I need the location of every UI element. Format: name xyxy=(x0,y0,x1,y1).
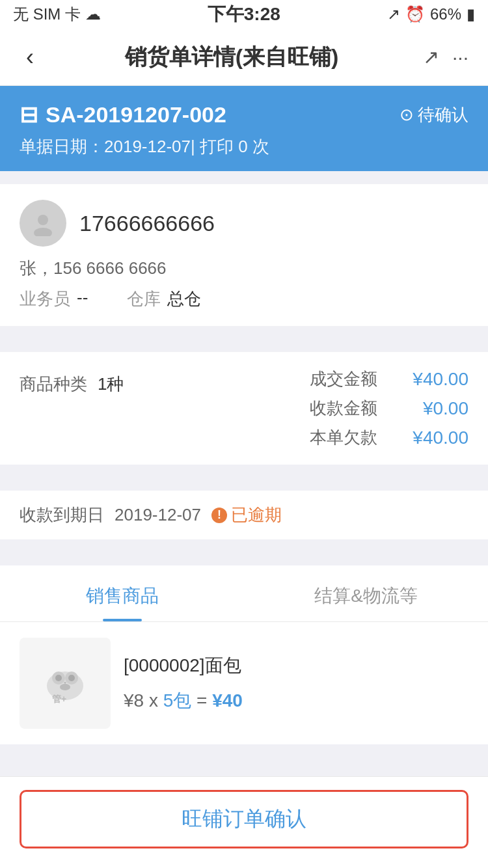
status-time: 下午3:28 xyxy=(208,2,280,27)
back-button[interactable]: ‹ xyxy=(20,37,40,77)
svg-point-6 xyxy=(68,675,75,681)
type-value: 1种 xyxy=(98,373,124,396)
tab-sales-label: 销售商品 xyxy=(86,586,159,606)
amount-value-1: ¥0.00 xyxy=(390,398,468,419)
overdue-icon: ! xyxy=(211,508,227,523)
svg-point-5 xyxy=(55,675,62,681)
due-date-card: 收款到期日 2019-12-07 ! 已逾期 xyxy=(0,491,488,539)
divider-2 xyxy=(0,465,488,478)
order-date: 单据日期：2019-12-07| 打印 0 次 xyxy=(20,135,468,158)
bottom-bar: 旺铺订单确认 xyxy=(0,776,488,868)
amount-value-2: ¥40.00 xyxy=(390,427,468,448)
amount-row-1: 收款金额 ¥0.00 xyxy=(310,397,468,420)
customer-card: 17666666666 张，156 6666 6666 业务员 -- 仓库 总仓 xyxy=(0,184,488,326)
product-logo: 管+ xyxy=(39,653,91,713)
salesperson-value: -- xyxy=(77,288,88,310)
type-label: 商品种类 xyxy=(20,373,87,396)
due-date-label: 收款到期日 xyxy=(20,504,104,526)
tab-settlement[interactable]: 结算&物流等 xyxy=(244,565,488,621)
summary-right: 成交金额 ¥40.00 收款金额 ¥0.00 本单欠款 ¥40.00 xyxy=(310,368,468,449)
status-bar: 无 SIM 卡 ☁ 下午3:28 ↗ ⏰ 66% ▮ xyxy=(0,0,488,29)
location-icon: ↗ xyxy=(387,5,400,23)
divider-1 xyxy=(0,326,488,339)
amount-label-1: 收款金额 xyxy=(310,397,377,420)
tab-bar: 销售商品 结算&物流等 xyxy=(0,565,488,622)
product-price: ¥8 x 5包 = ¥40 xyxy=(124,688,468,713)
svg-point-1 xyxy=(34,228,52,236)
overdue-text: 已逾期 xyxy=(231,504,282,526)
price-text: ¥8 x xyxy=(124,690,163,711)
status-clock-icon: ⊙ xyxy=(400,105,414,125)
avatar xyxy=(20,200,66,247)
nav-actions: ↗ ··· xyxy=(423,46,468,68)
amount-row-2: 本单欠款 ¥40.00 xyxy=(310,426,468,449)
sim-label: 无 SIM 卡 ☁ xyxy=(13,4,101,25)
tab-sales-products[interactable]: 销售商品 xyxy=(0,565,244,621)
warehouse-label: 仓库 xyxy=(127,288,161,310)
order-id-row: ⊟ SA-20191207-002 ⊙ 待确认 xyxy=(20,102,468,128)
warehouse-item: 仓库 总仓 xyxy=(127,288,201,310)
page-title: 销货单详情(来自旺铺) xyxy=(125,42,339,72)
equals-sign: = xyxy=(191,690,212,711)
customer-main-row: 17666666666 xyxy=(20,200,468,247)
svg-text:管+: 管+ xyxy=(52,694,66,704)
status-text: 待确认 xyxy=(418,103,468,126)
status-left: 无 SIM 卡 ☁ xyxy=(13,4,101,25)
product-qty: 5包 xyxy=(163,690,192,711)
product-name: [0000002]面包 xyxy=(124,653,468,678)
order-header: ⊟ SA-20191207-002 ⊙ 待确认 单据日期：2019-12-07|… xyxy=(0,86,488,171)
product-card: 管+ [0000002]面包 ¥8 x 5包 = ¥40 xyxy=(0,622,488,744)
amount-row-0: 成交金额 ¥40.00 xyxy=(310,368,468,390)
alarm-icon: ⏰ xyxy=(405,5,425,23)
due-date-value: 2019-12-07 xyxy=(115,505,201,525)
order-id: ⊟ SA-20191207-002 xyxy=(20,102,226,128)
more-icon[interactable]: ··· xyxy=(452,46,468,68)
salesperson-item: 业务员 -- xyxy=(20,288,88,310)
product-total: ¥40 xyxy=(212,690,243,711)
nav-bar: ‹ 销货单详情(来自旺铺) ↗ ··· xyxy=(0,29,488,86)
share-icon[interactable]: ↗ xyxy=(423,46,439,68)
battery-icon: ▮ xyxy=(467,5,475,23)
svg-point-0 xyxy=(38,215,48,225)
svg-point-7 xyxy=(60,684,70,690)
tab-settlement-label: 结算&物流等 xyxy=(314,586,418,606)
battery-label: 66% xyxy=(430,5,461,23)
customer-meta: 业务员 -- 仓库 总仓 xyxy=(20,288,468,310)
warehouse-value: 总仓 xyxy=(167,288,201,310)
customer-phone: 17666666666 xyxy=(79,211,215,236)
product-details: [0000002]面包 ¥8 x 5包 = ¥40 xyxy=(124,653,468,713)
status-right: ↗ ⏰ 66% ▮ xyxy=(387,5,475,23)
order-status: ⊙ 待确认 xyxy=(400,103,468,126)
divider-3 xyxy=(0,539,488,552)
confirm-order-button[interactable]: 旺铺订单确认 xyxy=(20,790,468,848)
order-id-text: SA-20191207-002 xyxy=(46,102,226,128)
salesperson-label: 业务员 xyxy=(20,288,70,310)
summary-left: 商品种类 1种 xyxy=(20,368,310,396)
order-icon: ⊟ xyxy=(20,102,38,128)
amount-label-0: 成交金额 xyxy=(310,368,377,390)
summary-card: 商品种类 1种 成交金额 ¥40.00 收款金额 ¥0.00 本单欠款 ¥40.… xyxy=(0,352,488,465)
amount-value-0: ¥40.00 xyxy=(390,369,468,390)
amount-label-2: 本单欠款 xyxy=(310,426,377,449)
customer-name-phone: 张，156 6666 6666 xyxy=(20,257,468,280)
product-thumbnail: 管+ xyxy=(20,638,111,729)
overdue-badge: ! 已逾期 xyxy=(211,504,282,526)
